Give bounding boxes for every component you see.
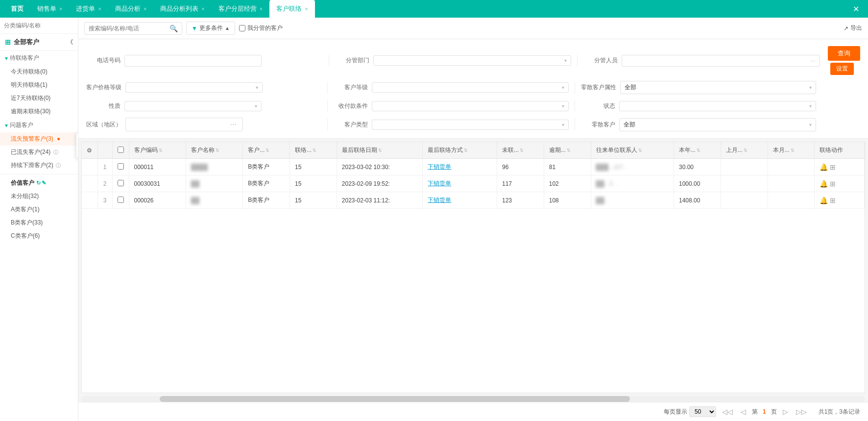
window-close-button[interactable]: ✕ [848,4,864,14]
col-last-date[interactable]: 最后联络日期⇅ [337,142,422,159]
row-last-method[interactable]: 下销货单 [423,175,497,192]
close-customer-tier-tab[interactable]: × [260,6,263,12]
sidebar-item-declining[interactable]: 持续下滑客户(2) ⓘ [0,159,78,172]
col-last-month[interactable]: 上月...⇅ [721,142,768,159]
region-select[interactable]: ··· [125,118,243,131]
col-name[interactable]: 客户名称⇅ [186,142,242,159]
sidebar-search-input[interactable] [4,22,77,29]
row-last-method[interactable]: 下销货单 [423,192,497,209]
col-overdue[interactable]: 逾期...⇅ [544,142,591,159]
sidebar-group-pending[interactable]: ▾ 待联络客户 [0,51,78,65]
search-input[interactable] [89,25,169,32]
action-bell-icon[interactable]: 🔔 [820,197,828,204]
export-btn[interactable]: ↗ 导出 [844,24,862,32]
my-customers-checkbox-label[interactable]: 我分管的客户 [239,24,283,32]
row-last-method[interactable]: 下销货单 [423,159,497,175]
col-code[interactable]: 客户编码⇅ [129,142,186,159]
region-field: 区域（地区） ··· [86,118,321,131]
tab-analysis[interactable]: 商品分析 × [108,0,153,18]
sidebar-group-problem[interactable]: ▾ 问题客户 [0,118,78,132]
status-select[interactable]: ▾ [619,101,816,111]
col-settings[interactable]: ⚙ [82,142,97,159]
settings-button[interactable]: 设置 [830,63,854,75]
region-dots[interactable]: ··· [228,120,239,129]
sidebar-item-today-pending[interactable]: 今天待联络(0) [0,65,78,78]
edit-icon[interactable]: ✎ [42,180,46,186]
action-grid-icon[interactable]: ⊞ [830,197,836,204]
sidebar-item-overdue-pending[interactable]: 逾期未联络(30) [0,105,78,118]
sidebar-item-class-b[interactable]: B类客户(33) [0,216,78,229]
select-all-checkbox[interactable] [118,147,124,153]
retail-attr-select[interactable]: 全部 ▾ [620,81,816,94]
row-settings [82,175,97,192]
manager-select[interactable]: ··· [622,55,820,67]
tab-customer-tier[interactable]: 客户分层经营 × [212,0,269,18]
close-analysis-list-tab[interactable]: × [201,6,204,12]
price-level-select[interactable]: ▾ [125,82,263,93]
sidebar-group-value[interactable]: 价值客户 ↻ ✎ [0,176,78,190]
col-checkbox[interactable] [112,142,129,159]
per-page-select[interactable]: 50 100 200 [689,406,716,417]
scrollbar-thumb[interactable] [160,396,630,402]
more-conditions-btn[interactable]: ▼ 更多条件 ▲ [186,22,235,35]
row-checkbox-cell[interactable] [112,159,129,175]
customer-type-select[interactable]: ▾ [372,120,569,130]
my-customers-checkbox[interactable] [239,25,245,31]
col-not-contacted[interactable]: 未联...⇅ [497,142,544,159]
last-page-btn[interactable]: ▷▷ [794,408,809,416]
collapse-sidebar-icon[interactable]: 《 [67,38,73,47]
sidebar-item-tomorrow-pending[interactable]: 明天待联络(1) [0,78,78,92]
sidebar-item-week-pending[interactable]: 近7天待联络(0) [0,92,78,105]
col-this-year[interactable]: 本年...⇅ [674,142,721,159]
row-checkbox[interactable] [118,163,124,170]
tab-customer-link[interactable]: 客户联络 × [269,0,314,18]
col-last-method[interactable]: 最后联络方式⇅ [423,142,497,159]
close-customer-link-tab[interactable]: × [305,6,308,12]
search-execute-icon[interactable]: 🔍 [169,25,178,32]
row-checkbox[interactable] [118,197,124,203]
row-checkbox-cell[interactable] [112,192,129,209]
refresh-icon[interactable]: ↻ [36,180,41,186]
close-purchase-tab[interactable]: × [98,6,101,12]
tab-home[interactable]: 首页 [4,0,30,18]
sidebar-item-class-a[interactable]: A类客户(1) [0,203,78,216]
col-this-month[interactable]: 本月...⇅ [768,142,815,159]
horizontal-scrollbar[interactable] [81,396,865,402]
query-button[interactable]: 查询 [828,46,860,61]
nature-select[interactable]: ▾ [124,101,262,111]
action-grid-icon[interactable]: ⊞ [830,163,836,171]
action-bell-icon[interactable]: 🔔 [820,180,828,188]
tab-analysis-list[interactable]: 商品分析列表 × [153,0,211,18]
sidebar-item-churned[interactable]: 已流失客户(24) ⓘ [0,146,78,159]
prev-page-btn[interactable]: ◁ [739,408,748,416]
action-grid-icon[interactable]: ⊞ [830,180,836,188]
close-sales-tab[interactable]: × [59,6,62,12]
action-bell-icon[interactable]: 🔔 [820,163,828,171]
next-page-btn[interactable]: ▷ [781,408,790,416]
tab-sales[interactable]: 销售单 × [30,0,69,18]
row-contact: 15 [290,159,337,175]
retail-field: 零散客户 全部 ▾ [581,118,816,131]
adv-row-2: 客户价格等级 ▾ 客户等级 ▾ 零散客户属性 [86,78,860,97]
sidebar-item-churn-warning[interactable]: 流失预警客户(3) ● [0,132,78,146]
payment-select[interactable]: ▾ [372,101,569,111]
row-checkbox[interactable] [118,180,124,186]
tab-purchase[interactable]: 进货单 × [69,0,108,18]
sidebar-item-ungrouped[interactable]: 未分组(32) [0,190,78,203]
col-type[interactable]: 客户...⇅ [243,142,290,159]
col-contact[interactable]: 联络...⇅ [290,142,337,159]
col-company-contact[interactable]: 往来单位联系人⇅ [591,142,674,159]
price-level-arrow: ▾ [256,85,258,90]
customer-level-select[interactable]: ▾ [372,82,569,93]
row-checkbox-cell[interactable] [112,175,129,192]
sidebar-all-customers[interactable]: ⊞ 全部客户 《 [0,34,78,51]
sidebar-item-class-c[interactable]: C类客户(6) [0,229,78,243]
more-conditions-arrow: ▲ [225,25,230,31]
close-analysis-tab[interactable]: × [144,6,146,12]
row-overdue: 81 [544,159,591,175]
dept-select[interactable]: ▾ [373,55,572,66]
manager-dots[interactable]: ··· [811,57,816,64]
retail-select[interactable]: 全部 ▾ [619,118,816,131]
phone-input[interactable] [124,55,262,67]
first-page-btn[interactable]: ◁◁ [720,408,735,416]
